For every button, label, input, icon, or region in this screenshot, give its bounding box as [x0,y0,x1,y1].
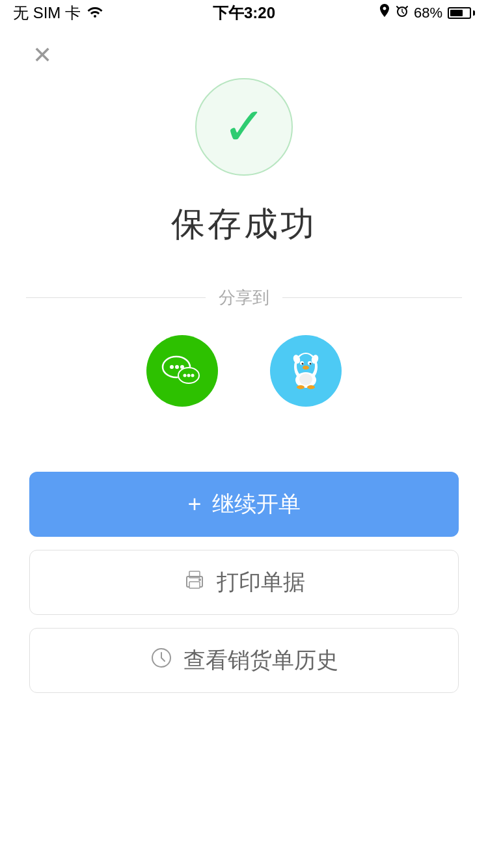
status-right: 68% [379,4,475,22]
continue-order-button[interactable]: + 继续开单 [29,472,459,537]
svg-rect-25 [189,582,200,588]
svg-point-8 [183,374,187,377]
svg-point-3 [170,365,174,369]
success-title: 保存成功 [171,202,317,247]
history-button[interactable]: 查看销货单历史 [29,628,459,693]
sim-status: 无 SIM 卡 [13,3,81,23]
print-icon [183,569,206,596]
print-button[interactable]: 打印单据 [29,550,459,615]
success-indicator: ✓ [195,78,293,176]
qq-share-button[interactable] [270,335,342,407]
svg-point-27 [198,578,201,581]
history-icon [150,646,173,675]
svg-point-19 [299,373,312,385]
checkmark-icon: ✓ [223,101,266,153]
close-icon: ✕ [33,44,52,67]
svg-point-17 [303,366,309,370]
plus-icon: + [187,491,201,518]
alarm-icon [396,4,409,22]
svg-point-9 [187,374,191,377]
wifi-icon [86,4,104,22]
status-bar: 无 SIM 卡 下午3:20 68% [0,0,488,26]
close-button[interactable]: ✕ [26,39,59,72]
svg-point-4 [175,365,179,369]
continue-order-label: 继续开单 [212,489,301,519]
svg-point-10 [191,374,195,377]
status-time: 下午3:20 [213,3,275,23]
svg-point-21 [307,385,315,389]
main-content: ✓ 保存成功 分享到 [0,26,488,693]
history-label: 查看销货单历史 [183,645,338,675]
qq-icon [285,347,327,394]
share-section: 分享到 [0,286,488,446]
battery-percentage: 68% [414,5,442,21]
action-buttons: + 继续开单 打印单据 查看销货单历史 [29,472,459,693]
divider-right [282,297,462,298]
share-divider: 分享到 [0,286,488,309]
location-icon [379,4,390,22]
wechat-share-button[interactable] [146,335,218,407]
share-label: 分享到 [206,286,282,309]
status-left: 无 SIM 卡 [13,3,104,23]
battery-icon [448,7,475,19]
svg-point-16 [310,363,312,365]
svg-point-15 [302,363,304,365]
wechat-icon [161,353,204,389]
print-label: 打印单据 [217,567,305,597]
share-icons-container [0,335,488,407]
svg-point-20 [297,385,305,389]
divider-left [26,297,206,298]
